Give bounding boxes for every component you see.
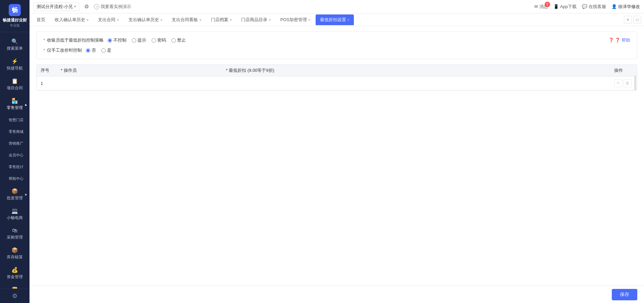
tab-home[interactable]: 首页: [32, 14, 50, 25]
radio-remind-input[interactable]: [132, 38, 136, 43]
radio-manual-yes[interactable]: 是: [101, 47, 111, 53]
message-icon: ✉: [534, 4, 538, 9]
tab-payment-board[interactable]: 支出合同看板 ×: [167, 14, 206, 25]
discount-control-label: * 收银员低于最低折扣控制策略: [43, 37, 104, 43]
sidebar-item-label: 零售统计: [9, 164, 23, 169]
radio-password[interactable]: 密码: [152, 37, 166, 43]
close-tab-button[interactable]: ×: [624, 16, 632, 24]
tab-payment-confirm[interactable]: 支出确认单历史 ×: [124, 14, 167, 25]
sidebar-settings[interactable]: ⚙: [0, 289, 30, 303]
topbar-right: ✉ 消息 8 📱 App下载 💬 在线客服 👤 徐泽华修改: [534, 4, 640, 10]
radio-manual-no-input[interactable]: [86, 48, 90, 53]
tab-store-catalog[interactable]: 门店商品目录 ×: [237, 14, 275, 25]
close-icon[interactable]: ×: [199, 18, 201, 22]
inventory-icon: 📦: [11, 247, 18, 253]
radio-manual-no[interactable]: 否: [86, 47, 96, 53]
sidebar-item-label: 项目合同: [7, 85, 23, 91]
save-button[interactable]: 保存: [612, 289, 637, 300]
manual-price-label: * 仅手工改价时控制: [43, 47, 82, 53]
data-table: 序号 * 操作员 * 最低折扣 (9.00等于9折) 操作: [37, 65, 637, 90]
tab-label: 最低折扣设置: [320, 17, 346, 23]
scrollbar-thumb[interactable]: [634, 75, 636, 91]
sidebar-item-shortcut[interactable]: ⚡ 快捷导航: [0, 55, 30, 74]
radio-no-control[interactable]: 不控制: [108, 37, 126, 43]
tab-label: 首页: [37, 17, 45, 23]
radio-password-input[interactable]: [152, 38, 156, 43]
app-download-label: App下载: [560, 4, 577, 10]
sidebar-item-member[interactable]: 会员中心: [0, 149, 30, 161]
gear-icon: ⚙: [12, 292, 17, 300]
sidebar-logo: 畅 畅捷通好业财 专业版: [0, 0, 30, 32]
sidebar-item-help[interactable]: 帮助中心: [0, 173, 30, 185]
sidebar-item-marketing[interactable]: 营销推广: [0, 138, 30, 149]
close-icon[interactable]: ×: [269, 18, 271, 22]
col-header-operator: * 操作员: [57, 65, 222, 77]
required-star: *: [43, 38, 45, 43]
edit-icon-button[interactable]: ✎: [614, 79, 622, 87]
chevron-down-icon: ▼: [24, 193, 28, 196]
logo-sub: 专业版: [10, 23, 20, 28]
sidebar-item-retail[interactable]: 🏪 零售管理 ▲: [0, 94, 30, 114]
sidebar-item-project[interactable]: 📋 项目合同: [0, 74, 30, 94]
sidebar-item-ledger[interactable]: 📒 总账管理: [0, 283, 30, 289]
close-icon[interactable]: ×: [230, 18, 232, 22]
topbar-settings-button[interactable]: ⚙: [82, 2, 91, 11]
close-icon[interactable]: ×: [117, 18, 119, 22]
radio-no-control-label: 不控制: [113, 37, 126, 43]
purchase-icon: 🛍: [12, 228, 17, 234]
help-button[interactable]: ❓ ❓ 帮助: [608, 37, 630, 43]
capital-icon: 💰: [11, 267, 18, 273]
radio-password-label: 密码: [157, 37, 166, 43]
close-icon[interactable]: ×: [160, 18, 162, 22]
project-selector[interactable]: 测试分开流程-小兄 ▾: [34, 2, 79, 11]
sidebar-item-label: 资金管理: [7, 274, 23, 280]
cell-discount: [222, 77, 610, 90]
form-section: ❓ ❓ 帮助 * 收银员低于最低折扣控制策略 不控制: [36, 32, 637, 59]
content-card: ❓ ❓ 帮助 * 收银员低于最低折扣控制策略 不控制: [30, 26, 644, 303]
delete-icon-button[interactable]: 🗑: [624, 79, 632, 87]
tab-payment-contract[interactable]: 支出合同 ×: [94, 14, 123, 25]
close-icon[interactable]: ×: [347, 18, 350, 22]
close-icon[interactable]: ×: [308, 18, 310, 22]
demo-link[interactable]: ○ 我要看实例演示: [94, 4, 131, 10]
sidebar-item-online-store[interactable]: 零售商城: [0, 126, 30, 138]
sidebar-item-capital[interactable]: 💰 资金管理: [0, 263, 30, 283]
demo-icon: ○: [94, 4, 99, 9]
sidebar-item-ecommerce[interactable]: 💻 小畅电商: [0, 204, 30, 224]
radio-forbid-input[interactable]: [171, 38, 176, 43]
header-row: 序号 * 操作员 * 最低折扣 (9.00等于9折) 操作: [37, 65, 637, 77]
project-name: 测试分开流程-小兄: [37, 4, 73, 10]
sidebar-item-label: 帮助中心: [9, 176, 23, 181]
col-header-seq: 序号: [37, 65, 57, 77]
online-service-button[interactable]: 💬 在线客服: [582, 4, 606, 10]
sidebar-item-purchase[interactable]: 🛍 采购管理: [0, 224, 30, 244]
settings-icon: ⚙: [84, 3, 89, 10]
radio-forbid[interactable]: 禁止: [171, 37, 186, 43]
page-content: ❓ ❓ 帮助 * 收银员低于最低折扣控制策略 不控制: [30, 26, 644, 303]
user-menu[interactable]: 👤 徐泽华修改: [611, 4, 640, 10]
radio-remind[interactable]: 提示: [132, 37, 146, 43]
tab-income-confirm[interactable]: 收入确认单历史 ×: [50, 14, 93, 25]
col-header-discount: * 最低折扣 (9.00等于9折): [222, 65, 610, 77]
online-service-label: 在线客服: [589, 4, 606, 10]
sidebar-item-label: 营销推广: [9, 141, 23, 146]
sidebar-item-smart-store[interactable]: 智慧门店: [0, 114, 30, 126]
sidebar-item-retail-stats[interactable]: 零售统计: [0, 161, 30, 173]
radio-no-control-input[interactable]: [108, 38, 112, 43]
sidebar-item-search[interactable]: 🔍 搜索菜单: [0, 35, 30, 55]
tab-pos-password[interactable]: POS加密管理 ×: [276, 14, 315, 25]
logo-icon: 畅: [9, 4, 21, 16]
shortcut-icon: ⚡: [11, 58, 18, 64]
message-button[interactable]: ✉ 消息 8: [534, 4, 548, 10]
tab-min-discount[interactable]: 最低折扣设置 ×: [316, 14, 354, 25]
search-icon: 🔍: [11, 38, 18, 45]
project-icon: 📋: [11, 78, 18, 84]
sidebar-item-inventory[interactable]: 📦 库存核算: [0, 244, 30, 263]
tab-store-file[interactable]: 门店档案 ×: [207, 14, 236, 25]
sidebar-item-wholesale[interactable]: 📦 批发管理 ▼: [0, 185, 30, 204]
user-icon: 👤: [611, 4, 617, 9]
radio-manual-yes-input[interactable]: [101, 48, 106, 53]
app-download-button[interactable]: 📱 App下载: [553, 4, 577, 10]
expand-tab-button[interactable]: □: [633, 16, 641, 24]
close-icon[interactable]: ×: [87, 18, 89, 22]
